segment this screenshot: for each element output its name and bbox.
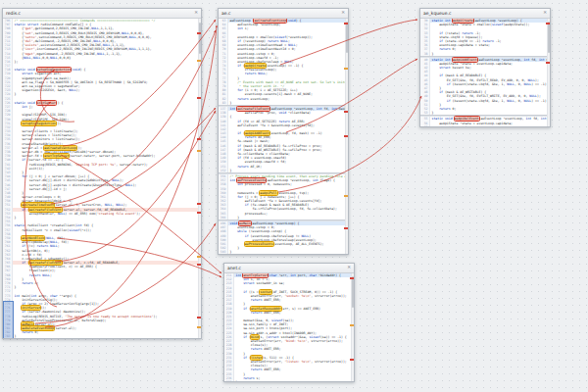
minimap-viewport[interactable] xyxy=(3,301,14,338)
code-text: sigaction(SIGSEGV, &act, NULL); xyxy=(13,88,80,92)
annotation-marker xyxy=(197,138,201,140)
panel-title: ae_kqueue.c xyxy=(423,11,451,16)
code-text: struct sockaddr_in sa; xyxy=(234,281,284,285)
scrollbar-thumb[interactable] xyxy=(548,22,550,53)
code-area[interactable]: 30static int aeApiCreate(aeEventLoop *ev… xyxy=(420,19,550,126)
line-number: 53 xyxy=(420,111,430,115)
scrollbar-thumb[interactable] xyxy=(352,276,354,308)
line-number: 152 xyxy=(219,169,228,172)
code-area[interactable]: 706/* =============================== Co… xyxy=(3,19,201,338)
code-text: if (kevent(state->kqfd, &ke, 1, NULL, 0,… xyxy=(430,99,550,103)
code-text: struct kevent ke; xyxy=(430,125,471,126)
code-text: setupSigSegvAction(); xyxy=(13,122,62,125)
line-number: 237 xyxy=(224,380,234,381)
close-icon[interactable]: ✕ xyxy=(194,11,198,16)
code-line: 57 struct kevent ke; xyxy=(420,125,550,126)
line-number: 38 xyxy=(420,52,430,56)
code-text: return c; xyxy=(13,281,38,285)
code-area[interactable]: 211int anetTcpServer(char *err, int port… xyxy=(224,273,354,381)
code-text: aeFileEvent *fe = &eventLoop->events[fd]… xyxy=(228,123,315,127)
close-icon[interactable]: ✕ xyxy=(543,11,547,16)
code-text: } xyxy=(228,169,231,172)
code-text: } xyxy=(228,101,231,105)
line-number: 57 xyxy=(420,125,430,126)
annotation-marker xyxy=(350,359,354,361)
code-line: 237} xyxy=(224,380,354,381)
panel-title: ae.c xyxy=(221,11,230,16)
annotation-marker xyxy=(197,256,201,258)
code-text: acceptHandler, NULL) == AE_ERR) oom("cre… xyxy=(13,212,140,216)
scrollbar-thumb[interactable] xyxy=(346,22,348,53)
code-panel-anet[interactable]: anet.c✕211int anetTcpServer(char *err, i… xyxy=(223,263,355,382)
scrollbar-thumb[interactable] xyxy=(199,23,201,54)
code-text: return s; xyxy=(234,376,260,380)
close-icon[interactable]: ✕ xyxy=(341,11,345,16)
annotation-marker xyxy=(197,317,201,318)
annotation-marker xyxy=(197,97,201,99)
code-text: if (kevent(state->kqfd, &ke, 1, NULL, 0,… xyxy=(430,82,550,86)
code-text: int processed = 0, numevents; xyxy=(228,182,292,186)
scrollbar[interactable] xyxy=(547,19,550,126)
code-panel-redis[interactable]: redis.c✕706/* ==========================… xyxy=(2,8,202,339)
annotation-marker xyxy=(197,32,201,34)
annotation-marker xyxy=(546,23,550,24)
scrollbar[interactable] xyxy=(351,273,354,381)
code-text: } xyxy=(430,111,433,115)
code-text: aeFileProc *proc, void *clientData) xyxy=(228,111,311,115)
panel-titlebar[interactable]: anet.c✕ xyxy=(224,264,354,273)
line-number: 83 xyxy=(219,101,228,105)
annotation-marker xyxy=(350,324,354,326)
panel-title: anet.c xyxy=(227,266,241,270)
code-text: return ANET_ERR; xyxy=(234,311,281,315)
annotation-marker xyxy=(344,227,348,229)
code-text: int j; xyxy=(13,105,33,109)
annotation-marker xyxy=(197,60,201,62)
code-text: {NULL,NULL,0,0,NULL,0,0,0} xyxy=(13,56,71,60)
code-panel-ae-kqueue[interactable]: ae_kqueue.c✕30static int aeApiCreate(aeE… xyxy=(419,8,551,127)
annotation-marker xyxy=(197,326,201,328)
code-line: 783} xyxy=(3,334,201,338)
panel-titlebar[interactable]: ae_kqueue.c✕ xyxy=(420,9,550,19)
annotation-marker xyxy=(546,62,550,64)
code-text: return 0; xyxy=(13,330,38,334)
code-text: return eventLoop; xyxy=(228,97,270,101)
panel-titlebar[interactable]: redis.c✕ xyxy=(3,9,201,19)
code-line: 503} xyxy=(219,250,348,254)
code-text: } xyxy=(228,216,239,220)
scrollbar[interactable] xyxy=(198,19,201,338)
line-number: 503 xyxy=(219,250,228,254)
code-text: return 0; xyxy=(430,107,456,111)
close-icon[interactable]: ✕ xyxy=(347,266,351,270)
code-area[interactable]: 63aeEventLoop *aeCreateEventLoop(void) {… xyxy=(219,19,348,254)
code-text: } xyxy=(234,380,237,381)
annotation-marker xyxy=(350,277,354,279)
panel-title: redis.c xyxy=(6,11,21,16)
annotation-marker xyxy=(344,68,348,70)
annotation-marker xyxy=(344,23,348,24)
code-panel-ae[interactable]: ae.c✕63aeEventLoop *aeCreateEventLoop(vo… xyxy=(218,8,349,255)
annotation-marker xyxy=(197,150,201,152)
code-text: } xyxy=(228,250,231,254)
annotation-marker xyxy=(344,135,348,137)
panel-titlebar[interactable]: ae.c✕ xyxy=(219,9,348,19)
annotation-marker xyxy=(197,203,201,205)
code-text: redisClient *c = zmalloc(sizeof(*c)); xyxy=(13,228,91,232)
code-text: int i; xyxy=(228,26,249,30)
code-text: aeApiState *state = zmalloc(sizeof(aeApi… xyxy=(430,23,529,26)
annotation-marker xyxy=(197,212,201,214)
annotation-marker xyxy=(344,111,348,113)
annotation-marker xyxy=(197,264,201,266)
annotation-marker xyxy=(344,195,348,197)
line-number: 366 xyxy=(219,216,228,220)
code-text: return AE_OK; xyxy=(228,165,262,169)
code-text: } xyxy=(430,52,433,56)
code-text: return 0; xyxy=(430,47,456,51)
code-text: aeProcessEvents(eventLoop, AE_ALL_EVENTS… xyxy=(228,242,323,246)
code-text: struct kevent ke; xyxy=(430,66,471,70)
